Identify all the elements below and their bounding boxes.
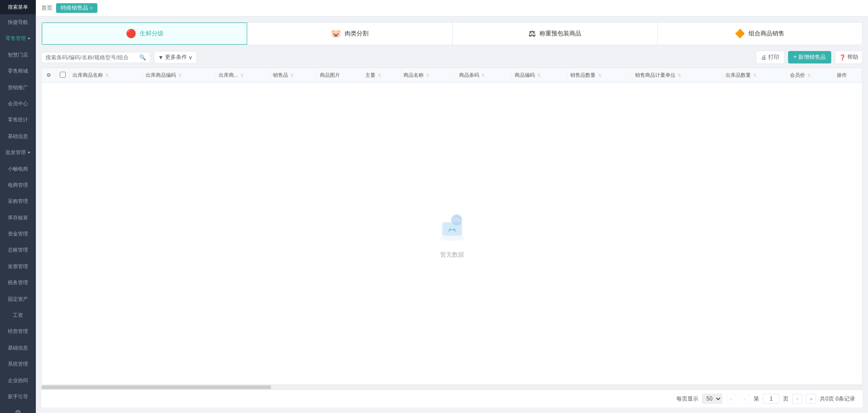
tab-row: 🔴 生鲜分级 🐷 肉类分割 ⚖ 称重预包装商品 🔶 组合商品销售: [41, 22, 862, 45]
sidebar-item-basic-info[interactable]: 基础信息: [0, 128, 36, 144]
sidebar-item-ledger[interactable]: 总账管理: [0, 242, 36, 258]
help-button[interactable]: ❓ 帮助: [835, 51, 862, 64]
search-area: 🔍 ▼ 更多条件 ∨: [41, 51, 197, 63]
sidebar-item-retail-mgmt[interactable]: 零售管理: [0, 30, 36, 46]
th-weight[interactable]: 主量 ⇅: [362, 68, 400, 83]
th-outbound-qty[interactable]: 出库品数量 ⇅: [722, 68, 787, 83]
sidebar-settings[interactable]: ⚙: [0, 405, 36, 413]
svg-point-4: [449, 229, 451, 230]
svg-point-0: [439, 235, 465, 241]
sidebar-item-ops-mgmt[interactable]: 经营管理: [0, 323, 36, 339]
th-outbound-spec[interactable]: 出库商... ⇅: [216, 68, 270, 83]
th-sales-product[interactable]: 销售品 ⇅: [270, 68, 317, 83]
sidebar-item-invoice-mgmt[interactable]: 发票管理: [0, 258, 36, 275]
tab-combo-sales[interactable]: 🔶 组合商品销售: [658, 23, 862, 45]
total-count-label: 共0页 0条记录: [820, 395, 855, 403]
th-product-name[interactable]: 商品名称 ⇅: [400, 68, 456, 83]
page-number-input[interactable]: [763, 394, 779, 404]
sidebar-item-fixed-assets[interactable]: 固定资产: [0, 291, 36, 307]
filter-icon: ▼: [158, 54, 164, 61]
per-page-select[interactable]: 50: [702, 394, 722, 404]
search-input[interactable]: [45, 54, 137, 61]
sidebar-item-salary[interactable]: 工资: [0, 307, 36, 323]
sidebar-item-retail-stats[interactable]: 零售统计: [0, 112, 36, 128]
th-sales-qty[interactable]: 销售品数量 ⇅: [567, 68, 632, 83]
th-member-price[interactable]: 会员价 ⇅: [787, 68, 834, 83]
topbar-active-tab[interactable]: 特殊销售品 ×: [56, 3, 97, 13]
topbar-home-link[interactable]: 首页: [41, 4, 52, 12]
sidebar-item-member-center[interactable]: 会员中心: [0, 96, 36, 112]
sidebar-item-finance[interactable]: 资金管理: [0, 226, 36, 242]
sidebar-item-smart-store[interactable]: 智慧门店: [0, 47, 36, 63]
gear-icon[interactable]: ⚙: [15, 409, 21, 413]
sidebar-item-marketing[interactable]: 营销推广: [0, 80, 36, 96]
select-all-checkbox[interactable]: [60, 72, 66, 78]
tab-meat-cutting-label: 肉类分割: [345, 29, 369, 38]
scroll-thumb[interactable]: [41, 385, 271, 389]
page-area: 🔴 生鲜分级 🐷 肉类分割 ⚖ 称重预包装商品 🔶 组合商品销售 🔍: [36, 17, 868, 413]
tab-fresh-grading[interactable]: 🔴 生鲜分级: [41, 22, 248, 45]
sort-icon: ⇅: [537, 73, 541, 78]
th-settings[interactable]: ⚙: [42, 68, 56, 83]
sort-icon: ⇅: [678, 73, 681, 78]
tab-fresh-grading-label: 生鲜分级: [140, 29, 164, 38]
search-input-wrap[interactable]: 🔍: [41, 52, 150, 63]
sidebar-item-system-mgmt[interactable]: 系统管理: [0, 356, 36, 372]
th-outbound-name[interactable]: 出库商品名称 ⇅: [69, 68, 142, 83]
new-product-label: + 新增销售品: [794, 53, 826, 61]
sidebar-item-basic-info2[interactable]: 基础信息: [0, 340, 36, 356]
filter-label: 更多条件: [165, 53, 187, 61]
sort-icon: ⇅: [378, 73, 381, 78]
tab-weight-prepack-label: 称重预包装商品: [539, 29, 581, 38]
prev-page-icon: ‹: [744, 396, 746, 402]
sidebar-item-retail-mall[interactable]: 零售商城: [0, 63, 36, 79]
page-unit: 页: [783, 395, 789, 403]
sidebar-item-quick-nav[interactable]: 快捷导航: [0, 14, 36, 30]
new-product-button[interactable]: + 新增销售品: [788, 51, 831, 63]
th-outbound-code[interactable]: 出库商品编码 ⇅: [142, 68, 216, 83]
empty-state-illustration: [434, 208, 471, 245]
tab-meat-cutting[interactable]: 🐷 肉类分割: [247, 23, 452, 45]
sidebar-item-mini-ecommerce[interactable]: 小畅电商: [0, 161, 36, 177]
pagination-bar: 每页显示 50 « ‹ 第 页 › » 共0页 0条记录: [41, 390, 862, 407]
page-label: 第: [754, 395, 759, 403]
data-table: ⚙ 出库商品名称 ⇅ 出库商品编码 ⇅ 出库商... ⇅: [42, 68, 862, 83]
last-page-button[interactable]: »: [806, 394, 816, 404]
last-page-icon: »: [810, 396, 812, 402]
close-tab-icon[interactable]: ×: [90, 6, 93, 11]
sidebar-item-company-agreement[interactable]: 企业协同: [0, 373, 36, 389]
th-checkbox[interactable]: [56, 68, 69, 83]
help-label: 帮助: [847, 53, 858, 61]
tab-weight-prepack[interactable]: ⚖ 称重预包装商品: [453, 23, 658, 45]
sidebar-item-inventory[interactable]: 库存核算: [0, 210, 36, 226]
svg-point-5: [454, 229, 455, 230]
horizontal-scrollbar[interactable]: [41, 385, 862, 390]
tab-combo-sales-label: 组合商品销售: [749, 29, 784, 38]
sidebar-item-purchase-mgmt[interactable]: 采购管理: [0, 193, 36, 209]
next-page-button[interactable]: ›: [792, 394, 802, 404]
search-icon: 🔍: [139, 54, 146, 61]
sidebar-item-wholesale-mgmt[interactable]: 批发管理: [0, 144, 36, 161]
sidebar-item-new-guide[interactable]: 新手引导: [0, 389, 36, 405]
th-product-sku[interactable]: 商品编码 ⇅: [512, 68, 567, 83]
sidebar-item-ecommerce-mgmt[interactable]: 电商管理: [0, 177, 36, 193]
prev-page-button[interactable]: ‹: [740, 394, 750, 404]
table-container: ⚙ 出库商品名称 ⇅ 出库商品编码 ⇅ 出库商... ⇅: [41, 68, 862, 385]
weight-prepack-icon: ⚖: [528, 29, 536, 39]
sidebar-item-tax-mgmt[interactable]: 税务管理: [0, 275, 36, 291]
print-button[interactable]: 🖨 打印: [756, 51, 784, 64]
fresh-grading-icon: 🔴: [126, 29, 136, 39]
sidebar-logo[interactable]: 搜索菜单: [0, 0, 36, 14]
th-sales-unit[interactable]: 销售商品计量单位 ⇅: [632, 68, 722, 83]
sort-icon: ⇅: [598, 73, 602, 78]
svg-point-3: [451, 214, 462, 225]
chevron-down-icon: [28, 152, 30, 154]
filter-button[interactable]: ▼ 更多条件 ∨: [154, 51, 197, 63]
sort-icon: ⇅: [807, 73, 811, 78]
meat-cutting-icon: 🐷: [331, 29, 341, 39]
sort-icon: ⇅: [105, 73, 109, 78]
first-page-button[interactable]: «: [726, 394, 736, 404]
sort-icon: ⇅: [290, 73, 294, 78]
th-barcode[interactable]: 商品条码 ⇅: [456, 68, 512, 83]
print-icon: 🖨: [761, 54, 766, 61]
